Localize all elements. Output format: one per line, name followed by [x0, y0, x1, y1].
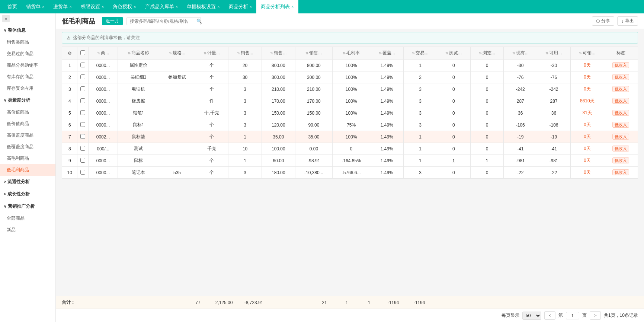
sidebar-item-sales-goods[interactable]: 销售类商品 [0, 36, 55, 48]
row-sales-qty: 3 [228, 107, 262, 119]
col-gross-rate[interactable]: ⇅毛利率 [333, 47, 370, 60]
sidebar-item-high-margin[interactable]: 高毛利商品 [0, 153, 55, 164]
col-view2[interactable]: ⇅浏览... [470, 47, 504, 60]
col-saleable[interactable]: ⇅可销... [570, 47, 604, 60]
sidebar-group-flow[interactable]: > 流通性分析 [0, 176, 55, 188]
table-container[interactable]: ⚙ ⇅商... ⇅商品名称 ⇅规格... ⇅计量... ⇅销售... ⇅销售..… [56, 47, 644, 296]
row-checkbox[interactable] [77, 95, 89, 107]
sidebar-item-high-value[interactable]: 高价值商品 [0, 106, 55, 118]
sidebar-item-traded-goods[interactable]: 交易过的商品 [0, 48, 55, 60]
sidebar-item-new-goods[interactable]: 新品 [0, 224, 55, 236]
sidebar-item-in-stock[interactable]: 有库存的商品 [0, 71, 55, 83]
row-current: -242 [504, 83, 537, 95]
sidebar-item-low-margin[interactable]: 低毛利商品 [0, 164, 55, 176]
header-actions: ⬡ 分享 ↓ 导出 [592, 16, 638, 26]
row-spec [159, 119, 195, 131]
row-name: 测试 [118, 143, 159, 155]
sort-icon: ⇅ [97, 51, 100, 55]
row-no: 8 [62, 143, 77, 155]
row-no: 3 [62, 83, 77, 95]
row-checkbox[interactable] [77, 131, 89, 143]
row-spec [159, 155, 195, 167]
col-tag[interactable]: 标签 [604, 47, 638, 60]
sidebar-item-low-coverage[interactable]: 低覆盖度商品 [0, 141, 55, 153]
row-available: -242 [537, 83, 571, 95]
row-checkbox[interactable] [77, 119, 89, 131]
nav-item-purchase[interactable]: 进货单× [49, 0, 76, 13]
nav-item-sales[interactable]: 销货单× [22, 0, 49, 13]
export-button[interactable]: ↓ 导出 [617, 16, 638, 26]
col-unit[interactable]: ⇅计量... [195, 47, 228, 60]
nav-item-role[interactable]: 角色授权× [108, 0, 140, 13]
per-page-select[interactable]: 50 100 200 [522, 312, 541, 320]
row-no: 6 [62, 119, 77, 131]
nav-item-permission[interactable]: 权限设置× [76, 0, 108, 13]
col-coverage[interactable]: ⇅覆盖... [370, 47, 404, 60]
row-checkbox[interactable] [77, 167, 89, 179]
nav-item-analysis-list[interactable]: 商品分析列表× [256, 0, 298, 13]
row-coverage: 1.49% [370, 119, 404, 131]
sidebar-group-marketing[interactable]: ∨ 营销推广分析 [0, 200, 55, 213]
row-view1[interactable]: 1 [437, 155, 470, 167]
footer-label: 合计： [62, 299, 75, 306]
sidebar-item-low-value[interactable]: 低价值商品 [0, 118, 55, 130]
share-button[interactable]: ⬡ 分享 [592, 16, 614, 26]
col-current[interactable]: ⇅现有... [504, 47, 537, 60]
search-icon[interactable]: 🔍 [196, 19, 202, 24]
row-current: -106 [504, 119, 537, 131]
row-sales-price: 300.00 [262, 71, 295, 83]
row-checkbox[interactable] [77, 143, 89, 155]
col-sales-price[interactable]: ⇅销售... [262, 47, 295, 60]
row-sales-qty: 1 [228, 155, 262, 167]
col-trade[interactable]: ⇅交易... [404, 47, 437, 60]
col-sales-amount[interactable]: ⇅销售... [295, 47, 332, 60]
row-coverage: 1.49% [370, 71, 404, 83]
row-saleable: 8610天 [570, 95, 604, 107]
sidebar-collapse-btn[interactable]: « [2, 15, 10, 22]
col-checkbox[interactable] [77, 47, 89, 60]
sidebar-group-overall[interactable]: ∨ 整体信息 [0, 24, 55, 36]
nav-item-home[interactable]: 首页 [3, 0, 22, 13]
col-sales-qty[interactable]: ⇅销售... [228, 47, 262, 60]
search-input[interactable] [126, 17, 201, 25]
row-no: 5 [62, 107, 77, 119]
row-checkbox[interactable] [77, 71, 89, 83]
row-sales-amount: 300.00 [295, 71, 332, 83]
row-checkbox[interactable] [77, 107, 89, 119]
sidebar-item-all-goods[interactable]: 全部商品 [0, 213, 55, 224]
row-sales-qty: 3 [228, 167, 262, 179]
sidebar-item-high-coverage[interactable]: 高覆盖度商品 [0, 130, 55, 141]
sidebar-group-growth[interactable]: > 成长性分析 [0, 188, 55, 200]
date-filter-button[interactable]: 近一月 [102, 17, 123, 25]
select-all-checkbox[interactable] [80, 50, 85, 55]
notice-bar: ⚠ 这部分商品的利润非常低，请关注 [62, 32, 638, 44]
page-input[interactable] [566, 312, 579, 319]
row-checkbox[interactable] [77, 83, 89, 95]
row-view2: 0 [470, 60, 504, 71]
row-spec: 535 [159, 167, 195, 179]
col-spec[interactable]: ⇅规格... [159, 47, 195, 60]
col-view1[interactable]: ⇅浏览... [437, 47, 470, 60]
footer-total: 合计： 77 2,125.00 -8,723.91 21 1 1 -1194 -… [56, 296, 644, 309]
col-name[interactable]: ⇅商品名称 [118, 47, 159, 60]
row-current: 287 [504, 95, 537, 107]
sidebar-group-cluster[interactable]: ∨ 类聚度分析 [0, 94, 55, 106]
per-page-label: 每页显示 [502, 312, 519, 319]
sidebar-item-category-rate[interactable]: 商品分类助销率 [0, 60, 55, 71]
col-available[interactable]: ⇅可用... [537, 47, 571, 60]
row-gross-rate: 100% [333, 95, 370, 107]
nav-item-product[interactable]: 产成品入库单× [141, 0, 182, 13]
row-no: 10 [62, 167, 77, 179]
row-spec [159, 95, 195, 107]
row-checkbox[interactable] [77, 155, 89, 167]
sidebar-item-capital[interactable]: 库存资金占用 [0, 83, 55, 94]
row-checkbox[interactable] [77, 60, 89, 71]
nav-item-template[interactable]: 单据模板设置× [182, 0, 224, 13]
col-code[interactable]: ⇅商... [89, 47, 118, 60]
col-settings[interactable]: ⚙ [62, 47, 77, 60]
nav-item-analysis[interactable]: 商品分析× [224, 0, 256, 13]
prev-page-button[interactable]: ＜ [544, 311, 555, 320]
row-saleable: 0天 [570, 83, 604, 95]
next-page-button[interactable]: ＞ [590, 311, 601, 320]
row-sales-amount: -10,380... [295, 167, 332, 179]
